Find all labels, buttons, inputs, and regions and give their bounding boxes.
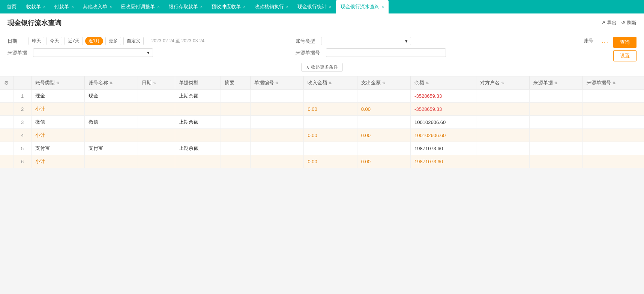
collapse-button[interactable]: ∧ 收起更多条件 <box>301 63 343 72</box>
col-header-account_name[interactable]: 账号名称⇅ <box>85 76 138 90</box>
cell-source_doc <box>529 155 582 168</box>
cell-counterpart <box>476 142 529 155</box>
cell-summary <box>221 155 251 168</box>
cell-doc_type <box>175 129 221 142</box>
cell-doc_type <box>175 155 221 168</box>
col-header-source_doc_no[interactable]: 来源单据号⇅ <box>583 76 644 90</box>
date-option-btn[interactable]: 近1月 <box>85 37 104 45</box>
date-option-btn[interactable]: 昨天 <box>29 37 44 45</box>
nav-tab[interactable]: 其他收入单× <box>78 0 116 13</box>
nav-tab[interactable]: 现金银行流水查询× <box>336 0 389 13</box>
cell-doc_no <box>251 103 304 116</box>
filter-row-date: 日期 昨天今天近7天近1月更多自定义 2023-02-24 至 2023-03-… <box>8 37 288 45</box>
cell-source_doc_no <box>583 155 644 168</box>
cell-doc_no <box>251 142 304 155</box>
account-type-select[interactable]: ▾ <box>321 37 411 45</box>
source-doc-no-label: 来源单据号 <box>296 49 320 56</box>
col-header-date[interactable]: 日期⇅ <box>138 76 175 90</box>
cell-settings <box>0 103 14 116</box>
cell-balance: 19871073.60 <box>411 155 476 168</box>
account-more[interactable]: ... <box>602 37 609 44</box>
cell-summary <box>221 116 251 129</box>
col-header-doc_no[interactable]: 单据编号⇅ <box>251 76 304 90</box>
source-doc-select[interactable]: ▾ <box>33 48 153 57</box>
col-header-source_doc[interactable]: 来源单据⇅ <box>529 76 582 90</box>
search-button[interactable]: 查询 <box>613 37 636 48</box>
tab-close-icon[interactable]: × <box>382 4 384 9</box>
refresh-icon: ↺ <box>621 20 625 25</box>
cell-account_type: 微信 <box>31 116 84 129</box>
export-button[interactable]: ↗ 导出 <box>601 19 617 26</box>
col-header-counterpart[interactable]: 对方户名⇅ <box>476 76 529 90</box>
cell-doc_no <box>251 90 304 103</box>
cell-account_name <box>85 103 138 116</box>
collapse-icon: ∧ <box>306 65 309 70</box>
cell-source_doc <box>529 90 582 103</box>
col-header-balance[interactable]: 余额⇅ <box>411 76 476 90</box>
settings-button[interactable]: 设置 <box>613 50 636 61</box>
cell-balance: -3528659.33 <box>411 90 476 103</box>
source-doc-no-input[interactable] <box>326 48 446 57</box>
cell-num: 1 <box>14 90 31 103</box>
cell-account_type: 现金 <box>31 90 84 103</box>
tab-close-icon[interactable]: × <box>329 4 331 9</box>
source-doc-label: 来源单据 <box>8 49 27 56</box>
cell-source_doc_no <box>583 129 644 142</box>
table-row: 3微信微信上期余额100102606.60 <box>0 116 644 129</box>
cell-summary <box>221 103 251 116</box>
tab-close-icon[interactable]: × <box>243 4 245 9</box>
table-row: 4小计0.000.00100102606.60 <box>0 129 644 142</box>
date-option-btn[interactable]: 近7天 <box>65 37 83 45</box>
cell-account_type: 小计 <box>31 103 84 116</box>
date-range: 2023-02-24 至 2023-03-24 <box>151 38 204 44</box>
table-row: 5支付宝支付宝上期余额19871073.60 <box>0 142 644 155</box>
export-icon: ↗ <box>601 20 605 25</box>
source-doc-chevron: ▾ <box>147 50 150 55</box>
col-header-income[interactable]: 收入金额⇅ <box>304 76 357 90</box>
cell-doc_type <box>175 103 221 116</box>
cell-expense <box>357 116 410 129</box>
nav-tab[interactable]: 付款单× <box>50 0 78 13</box>
cell-summary <box>221 129 251 142</box>
cell-doc_type: 上期余额 <box>175 90 221 103</box>
page-title: 现金银行流水查询 <box>8 18 62 27</box>
nav-tab[interactable]: 收款核销执行× <box>250 0 293 13</box>
cell-account_name: 现金 <box>85 90 138 103</box>
cell-expense <box>357 142 410 155</box>
cell-doc_no <box>251 129 304 142</box>
nav-tab[interactable]: 现金银行统计× <box>293 0 336 13</box>
nav-tab[interactable]: 预收冲应收单× <box>207 0 250 13</box>
date-option-btn[interactable]: 今天 <box>47 37 62 45</box>
nav-tab[interactable]: 收款单× <box>22 0 50 13</box>
tab-close-icon[interactable]: × <box>157 4 159 9</box>
cell-settings <box>0 116 14 129</box>
cell-account_name: 支付宝 <box>85 142 138 155</box>
cell-income: 0.00 <box>304 155 357 168</box>
nav-home[interactable]: 首页 <box>2 0 22 13</box>
col-header-summary: 摘要 <box>221 76 251 90</box>
col-header-account_type[interactable]: 账号类型⇅ <box>31 76 84 90</box>
nav-tab[interactable]: 银行存取款单× <box>164 0 207 13</box>
cell-counterpart <box>476 129 529 142</box>
cell-num: 5 <box>14 142 31 155</box>
cell-expense: 0.00 <box>357 129 410 142</box>
date-buttons: 昨天今天近7天近1月更多自定义 <box>29 37 144 45</box>
tab-close-icon[interactable]: × <box>43 4 45 9</box>
cell-income: 0.00 <box>304 103 357 116</box>
col-header-expense[interactable]: 支出金额⇅ <box>357 76 410 90</box>
cell-account_name <box>85 129 138 142</box>
tab-close-icon[interactable]: × <box>110 4 112 9</box>
date-option-btn[interactable]: 更多 <box>105 37 121 45</box>
gear-icon[interactable]: ⚙ <box>4 80 9 86</box>
nav-tab[interactable]: 应收应付调整单× <box>116 0 164 13</box>
cell-income <box>304 142 357 155</box>
filter-row-account-type: 账号类型 ▾ <box>296 37 576 45</box>
cell-expense: 0.00 <box>357 103 410 116</box>
date-option-btn[interactable]: 自定义 <box>123 37 144 45</box>
refresh-button[interactable]: ↺ 刷新 <box>621 19 636 26</box>
tab-close-icon[interactable]: × <box>71 4 74 9</box>
cell-date <box>138 116 175 129</box>
cell-account_name: 微信 <box>85 116 138 129</box>
tab-close-icon[interactable]: × <box>286 4 288 9</box>
tab-close-icon[interactable]: × <box>200 4 203 9</box>
